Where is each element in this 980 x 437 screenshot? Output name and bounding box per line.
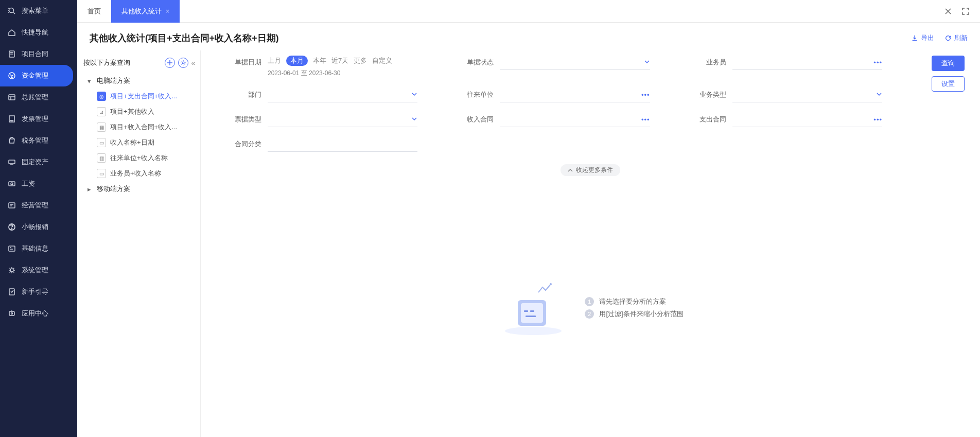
more-icon: ••• bbox=[641, 91, 650, 99]
sidebar-item-ledger[interactable]: 总账管理 bbox=[0, 86, 77, 108]
filter-label: 票据类型 bbox=[216, 113, 261, 124]
chevron-down-icon bbox=[411, 116, 417, 124]
reimburse-icon bbox=[7, 222, 16, 232]
tree-leaf-label: 往来单位+收入名称 bbox=[110, 153, 168, 163]
tabs: 首页其他收入统计× bbox=[77, 0, 980, 23]
main: 首页其他收入统计× 其他收入统计(项目+支出合同+收入名称+日期) 导出 bbox=[77, 0, 980, 437]
svg-rect-37 bbox=[521, 303, 543, 323]
date-preset[interactable]: 近7天 bbox=[331, 56, 348, 65]
date-preset[interactable]: 更多 bbox=[354, 56, 367, 65]
tree-leaf[interactable]: ▥往来单位+收入名称 bbox=[77, 150, 200, 166]
sidebar-item-label: 小畅报销 bbox=[22, 222, 48, 232]
select-input[interactable] bbox=[732, 88, 882, 102]
sidebar-item-info[interactable]: 基础信息 bbox=[0, 238, 77, 259]
tree-leaf-label: 收入名称+日期 bbox=[110, 138, 154, 147]
add-scheme-button[interactable] bbox=[165, 58, 175, 68]
sidebar-item-reimburse[interactable]: 小畅报销 bbox=[0, 216, 77, 238]
svg-rect-27 bbox=[9, 311, 14, 316]
sidebar-item-label: 应用中心 bbox=[22, 309, 48, 318]
invoice-icon bbox=[7, 114, 16, 124]
chevron-up-icon bbox=[568, 168, 573, 173]
tree-leaf[interactable]: ▭收入名称+日期 bbox=[77, 135, 200, 150]
home-icon bbox=[7, 28, 16, 37]
svg-rect-17 bbox=[9, 203, 15, 208]
apps-icon bbox=[7, 309, 16, 318]
svg-point-21 bbox=[12, 229, 12, 229]
plus-icon bbox=[167, 60, 173, 66]
close-icon[interactable]: × bbox=[166, 8, 169, 15]
lookup-input[interactable]: ••• bbox=[500, 113, 650, 127]
sidebar-item-invoice[interactable]: 发票管理 bbox=[0, 108, 77, 130]
select-input[interactable] bbox=[268, 113, 417, 127]
date-preset[interactable]: 本月 bbox=[286, 56, 308, 66]
lookup-input[interactable]: ••• bbox=[732, 56, 882, 70]
sidebar-item-home[interactable]: 快捷导航 bbox=[0, 22, 77, 43]
sidebar-item-label: 新手引导 bbox=[22, 287, 48, 296]
svg-rect-12 bbox=[9, 116, 14, 122]
tree-leaf-label: 项目+收入合同+收入... bbox=[110, 123, 177, 132]
sidebar-item-label: 系统管理 bbox=[22, 266, 48, 275]
svg-rect-15 bbox=[9, 182, 15, 186]
date-preset[interactable]: 自定义 bbox=[372, 56, 392, 65]
svg-point-29 bbox=[11, 313, 13, 314]
more-icon: ••• bbox=[873, 116, 882, 124]
chevron-down-icon bbox=[411, 91, 417, 99]
sidebar-item-salary[interactable]: 工资 bbox=[0, 173, 77, 195]
caret-right-icon: ▸ bbox=[87, 185, 93, 193]
sidebar-item-asset[interactable]: 固定资产 bbox=[0, 151, 77, 173]
collapse-panel-button[interactable]: « bbox=[191, 59, 195, 67]
date-preset[interactable]: 本年 bbox=[313, 56, 326, 65]
refresh-label: 刷新 bbox=[954, 33, 968, 43]
sidebar-item-biz[interactable]: 经营管理 bbox=[0, 195, 77, 216]
empty-step: 1 请先选择要分析的方案 bbox=[585, 297, 683, 306]
collapse-filters-label: 收起更多条件 bbox=[576, 166, 613, 174]
refresh-button[interactable]: 刷新 bbox=[944, 33, 968, 43]
filter-label: 业务员 bbox=[681, 56, 726, 67]
date-filter: 上月本月本年近7天更多自定义2023-06-01 至 2023-06-30 bbox=[268, 56, 417, 78]
select-input[interactable] bbox=[268, 88, 417, 102]
tab[interactable]: 其他收入统计× bbox=[111, 0, 180, 23]
text-input[interactable] bbox=[268, 137, 417, 152]
tree-leaf[interactable]: ▦项目+收入合同+收入... bbox=[77, 119, 200, 135]
guide-icon bbox=[7, 287, 16, 296]
sidebar-item-label: 工资 bbox=[22, 179, 35, 188]
svg-point-34 bbox=[182, 62, 184, 64]
tree-group[interactable]: ▾电脑端方案 bbox=[77, 73, 200, 89]
filter-actions: 查询设置 bbox=[913, 56, 965, 92]
sidebar-item-label: 税务管理 bbox=[22, 136, 48, 145]
date-preset[interactable]: 上月 bbox=[268, 56, 281, 65]
tree-group[interactable]: ▸移动端方案 bbox=[77, 181, 200, 197]
more-icon: ••• bbox=[641, 116, 650, 124]
sidebar-item-system[interactable]: 系统管理 bbox=[0, 259, 77, 281]
scheme-settings-button[interactable] bbox=[178, 58, 188, 68]
lookup-input[interactable]: ••• bbox=[732, 113, 882, 127]
tree-group-label: 移动端方案 bbox=[97, 184, 130, 194]
sidebar-item-tax[interactable]: 税务管理 bbox=[0, 130, 77, 151]
sidebar-item-money[interactable]: 资金管理 bbox=[0, 65, 73, 86]
sidebar-item-search[interactable]: 搜索菜单 bbox=[0, 0, 77, 22]
sidebar-item-contract[interactable]: 项目合同 bbox=[0, 43, 77, 65]
tree-leaf-label: 项目+其他收入 bbox=[110, 107, 154, 116]
svg-rect-40 bbox=[526, 316, 536, 317]
fullscreen-icon[interactable] bbox=[961, 7, 970, 15]
tree-leaf[interactable]: ▭业务员+收入名称 bbox=[77, 166, 200, 181]
tax-icon bbox=[7, 136, 16, 145]
sidebar-item-guide[interactable]: 新手引导 bbox=[0, 281, 77, 303]
close-all-icon[interactable] bbox=[944, 7, 952, 15]
tab[interactable]: 首页 bbox=[77, 0, 111, 23]
lookup-input[interactable]: ••• bbox=[500, 88, 650, 102]
sidebar: 搜索菜单快捷导航项目合同资金管理总账管理发票管理税务管理固定资产工资经营管理小畅… bbox=[0, 0, 77, 437]
export-button[interactable]: 导出 bbox=[911, 33, 934, 43]
step-number: 1 bbox=[585, 297, 594, 306]
query-button[interactable]: 查询 bbox=[932, 56, 965, 71]
collapse-filters-button[interactable]: 收起更多条件 bbox=[561, 164, 620, 176]
select-input[interactable] bbox=[500, 56, 650, 70]
export-label: 导出 bbox=[921, 33, 934, 43]
sidebar-item-apps[interactable]: 应用中心 bbox=[0, 303, 77, 324]
settings-button[interactable]: 设置 bbox=[932, 76, 965, 92]
svg-rect-39 bbox=[530, 310, 534, 312]
tree-leaf[interactable]: ⊿项目+其他收入 bbox=[77, 104, 200, 119]
step-number: 2 bbox=[585, 309, 594, 319]
tree-leaf[interactable]: ◎项目+支出合同+收入... bbox=[77, 89, 200, 104]
tree-leaf-label: 项目+支出合同+收入... bbox=[110, 92, 177, 101]
